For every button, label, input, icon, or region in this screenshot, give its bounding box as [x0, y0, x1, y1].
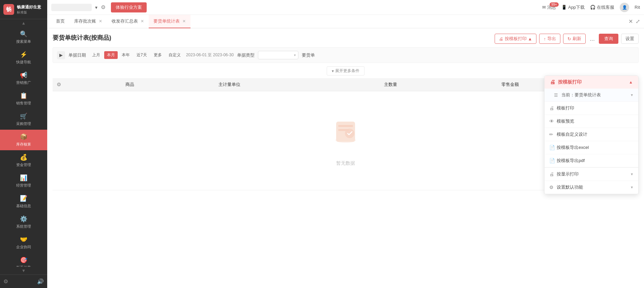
sidebar-item-purchase[interactable]: 🛒 采购管理	[0, 109, 47, 130]
dropdown-template-pdf[interactable]: 📄 按模板导出pdf	[545, 154, 638, 167]
sidebar-item-sales[interactable]: 📋 销售管理	[0, 89, 47, 109]
tab-maximize-button[interactable]: ⤢	[636, 18, 640, 25]
tab-receive-summary[interactable]: 收发存汇总表 ✕	[107, 15, 149, 28]
dropdown-section-item-label: 按显示打印	[557, 171, 579, 177]
print-button[interactable]: 🖨 按模板打印 ▲	[495, 34, 537, 44]
topbar-search-input[interactable]	[51, 4, 92, 11]
refresh-icon: ↻	[567, 36, 571, 41]
sound-icon[interactable]: 🔊	[37, 278, 44, 285]
sidebar-item-quick-nav[interactable]: ⚡ 快捷导航	[0, 47, 47, 68]
dropdown-item-label: 按模板导出excel	[557, 145, 589, 151]
dropdown-set-default[interactable]: ⚙ 设置默认功能 ▾	[545, 181, 638, 194]
sidebar-item-finance[interactable]: 💰 资金管理	[0, 150, 47, 171]
trial-btn[interactable]: 体验行业方案	[111, 2, 147, 12]
topbar-dropdown-button[interactable]: ▾	[95, 5, 97, 10]
template-print-icon: 🖨	[549, 105, 554, 111]
print-dropdown-menu: 🖨 按模板打印 ▲ ☰ 当前：要货单统计表 ▾ 🖨 模板打印 👁 模板预览 ✏	[544, 75, 639, 194]
sidebar-item-basic[interactable]: 📝 基础信息	[0, 191, 47, 212]
date-btn-more[interactable]: 更多	[151, 51, 165, 59]
more-actions-icon[interactable]: ...	[588, 35, 596, 42]
sidebar-item-label: 快捷导航	[16, 60, 31, 65]
dropdown-current-icon: ☰	[554, 93, 558, 98]
marketing-icon: 📢	[20, 71, 27, 79]
inventory-icon: 📦	[20, 133, 27, 140]
table-settings-icon[interactable]: ⚙	[57, 82, 61, 87]
messages-badge: 99+	[550, 2, 559, 7]
filter-bar: ▶ 单据日期 上月 本月 本年 近7天 更多 自定义 2023-06-01 至 …	[53, 47, 639, 63]
logo-name: 畅康通好生意	[17, 4, 41, 10]
sidebar-item-guide[interactable]: 🎯 新手引导	[0, 253, 47, 267]
date-btn-7days[interactable]: 近7天	[134, 51, 150, 59]
table-header-settings: ⚙	[53, 78, 121, 91]
dropdown-template-design[interactable]: ✏ 模板自定义设计	[545, 128, 638, 141]
topbar-online-service[interactable]: 🎧 在线客服	[590, 4, 614, 10]
tab-close-order-stats[interactable]: ✕	[182, 19, 186, 24]
topbar-app-download[interactable]: 📱 App下载	[561, 4, 585, 10]
empty-icon	[329, 115, 362, 155]
date-btn-year[interactable]: 本年	[119, 51, 133, 59]
dropdown-template-excel[interactable]: 📄 按模板导出excel	[545, 141, 638, 154]
sidebar-item-inventory[interactable]: 📦 库存核算	[0, 130, 47, 150]
sidebar-nav: 🔍 搜索菜单 ⚡ 快捷导航 📢 营销推广 📋 销售管理 🛒 采购管理 📦 库存核…	[0, 27, 47, 267]
dropdown-header: 🖨 按模板打印 ▲	[545, 76, 638, 89]
template-excel-icon: 📄	[549, 145, 555, 150]
filter-toggle-button[interactable]: ▶	[57, 51, 65, 59]
topbar-gear-icon[interactable]: ⚙	[101, 4, 106, 10]
type-filter-label: 单据类型	[237, 52, 255, 58]
topbar-avatar[interactable]: 👤	[620, 3, 629, 12]
topbar-username[interactable]: Rit	[635, 5, 640, 10]
expand-more-button[interactable]: ▾ 展开更多条件	[327, 66, 364, 75]
print-icon: 🖨	[499, 36, 503, 41]
tab-close-inventory-batch[interactable]: ✕	[99, 19, 102, 24]
sidebar-item-label: 销售管理	[16, 101, 31, 106]
dropdown-collapse-icon[interactable]: ▲	[629, 80, 633, 85]
dropdown-item-label: 按模板导出pdf	[557, 158, 585, 164]
sidebar-item-cooperation[interactable]: 🤝 企业协同	[0, 232, 47, 253]
refresh-button[interactable]: ↻ 刷新	[563, 34, 586, 44]
sidebar-scroll-up[interactable]: ▲	[0, 19, 47, 27]
sidebar-scroll-down[interactable]: ▼	[0, 267, 47, 275]
type-filter-select[interactable]	[258, 51, 298, 59]
export-button[interactable]: ↑ 导出	[539, 34, 560, 44]
sidebar: 畅 畅康通好生意 标准版 ▲ 🔍 搜索菜单 ⚡ 快捷导航 📢 营销推广 📋 销售…	[0, 0, 47, 288]
print-arrow-icon: ▲	[528, 36, 532, 41]
dropdown-template-preview[interactable]: 👁 模板预览	[545, 115, 638, 128]
date-btn-current[interactable]: 本月	[104, 51, 118, 59]
settings-bottom-icon[interactable]: ⚙	[3, 278, 8, 285]
tab-inventory-batch[interactable]: 库存批次账 ✕	[69, 15, 107, 28]
search-icon: 🔍	[20, 30, 27, 38]
guide-icon: 🎯	[20, 256, 27, 264]
tabs-bar: 首页 库存批次账 ✕ 收发存汇总表 ✕ 要货单统计表 ✕ ✕ ⤢	[47, 15, 644, 28]
chevron-down-icon: ▾	[332, 69, 334, 73]
date-btn-custom[interactable]: 自定义	[166, 51, 183, 59]
sidebar-item-search[interactable]: 🔍 搜索菜单	[0, 27, 47, 47]
tab-close-all-button[interactable]: ✕	[628, 18, 633, 25]
tab-home[interactable]: 首页	[51, 15, 69, 28]
date-btn-prev[interactable]: 上月	[89, 51, 103, 59]
operations-icon: 📊	[20, 174, 27, 182]
settings-button[interactable]: 设置	[621, 34, 639, 44]
sidebar-item-system[interactable]: ⚙️ 系统管理	[0, 212, 47, 232]
tab-close-receive-summary[interactable]: ✕	[141, 19, 144, 24]
sidebar-item-marketing[interactable]: 📢 营销推广	[0, 68, 47, 89]
dropdown-template-print[interactable]: 🖨 模板打印	[545, 102, 638, 115]
dropdown-display-print[interactable]: 🖨 按显示打印 ▾	[545, 168, 638, 181]
tab-order-stats[interactable]: 要货单统计表 ✕	[149, 15, 191, 28]
dropdown-current-label: 当前：要货单统计表	[561, 92, 601, 98]
dropdown-item-label: 模板打印	[557, 105, 574, 111]
purchase-icon: 🛒	[20, 113, 27, 120]
query-button[interactable]: 查询	[599, 34, 618, 44]
topbar-messages[interactable]: ✉ 消息 99+	[542, 4, 556, 10]
quick-nav-icon: ⚡	[20, 51, 27, 58]
dropdown-header-left: 🖨 按模板打印	[550, 79, 582, 85]
svg-rect-2	[338, 125, 353, 127]
expand-more-section: ▾ 展开更多条件	[53, 66, 639, 75]
sidebar-item-operations[interactable]: 📊 经营管理	[0, 171, 47, 191]
svg-point-4	[345, 129, 354, 138]
template-preview-icon: 👁	[549, 119, 554, 124]
date-filter-group: 上月 本月 本年 近7天 更多 自定义 2023-06-01 至 2023-06…	[89, 51, 234, 59]
dropdown-current-item[interactable]: ☰ 当前：要货单统计表 ▾	[545, 89, 638, 102]
logo-text: 畅康通好生意 标准版	[17, 4, 41, 15]
sidebar-item-label: 采购管理	[16, 121, 31, 126]
table-header-quantity: 主数量	[380, 78, 497, 91]
